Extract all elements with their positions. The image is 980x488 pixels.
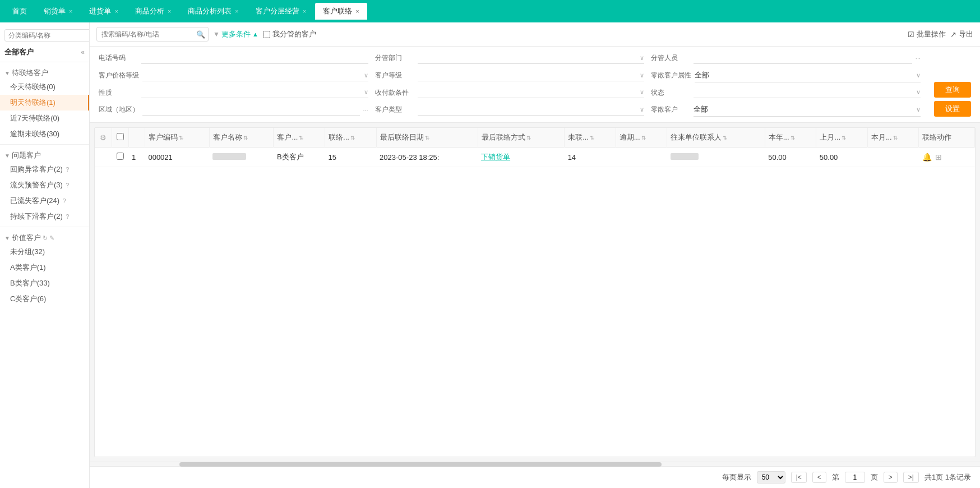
sidebar-item-overdue[interactable]: 逾期未联络(30) (0, 126, 89, 142)
all-customers-header[interactable]: 全部客户 « (0, 44, 89, 59)
help-icon: ? (66, 213, 69, 220)
filter-select-status[interactable]: ∨ (694, 87, 921, 98)
sidebar-item-lost[interactable]: 已流失客户(24) ? (0, 193, 89, 209)
search-button[interactable]: 🔍 (196, 30, 205, 39)
filter-select-price-level[interactable]: ∨ (142, 70, 368, 81)
my-customers-checkbox[interactable] (263, 31, 270, 38)
filter-select-customer-type[interactable]: ∨ (418, 104, 645, 116)
query-button[interactable]: 查询 (934, 82, 971, 98)
sidebar-item-c-class[interactable]: C类客户(6) (0, 291, 89, 307)
col-code[interactable]: 客户编码⇅ (145, 128, 209, 148)
settings-button[interactable]: 设置 (934, 101, 971, 117)
filter-label-phone: 电话号码 (99, 53, 138, 63)
row-checkbox[interactable] (117, 153, 124, 160)
close-icon[interactable]: × (168, 8, 171, 15)
checkbox-column-header (112, 128, 128, 148)
row-type: B类客户 (274, 148, 325, 167)
gear-column-header[interactable]: ⚙ (95, 128, 112, 148)
close-icon[interactable]: × (69, 8, 72, 15)
bulk-ops-button[interactable]: ☑ 批量操作 (908, 29, 946, 39)
row-last-contact-method[interactable]: 下销货单 (478, 148, 565, 167)
nav-customer-contact[interactable]: 客户联络 × (315, 3, 367, 20)
sidebar-item-abnormal-repurchase[interactable]: 回购异常客户(2) ? (0, 162, 89, 177)
scrollbar-thumb[interactable] (179, 462, 662, 467)
filter-field-customer-type: 客户类型 ∨ (375, 104, 645, 116)
sidebar-search-input[interactable] (4, 29, 90, 42)
col-contact-count[interactable]: 联络...⇅ (325, 128, 377, 148)
search-wrap: 🔍 (96, 27, 209, 42)
filter-select-retail[interactable]: 全部 ∨ (694, 103, 921, 117)
filter-select-payment[interactable]: ∨ (418, 87, 645, 98)
close-icon[interactable]: × (235, 8, 238, 15)
row-checkbox-cell (112, 148, 128, 167)
col-overdue[interactable]: 逾期...⇅ (616, 128, 667, 148)
page-size-label: 每页显示 (722, 472, 751, 482)
page-input[interactable] (845, 472, 865, 483)
row-last-contact-date: 2023-05-23 18:25: (376, 148, 478, 167)
row-gear (95, 148, 112, 167)
collapse-icon[interactable]: « (81, 48, 85, 56)
nav-product-analysis-list[interactable]: 商品分析列表 × (180, 3, 246, 20)
chevron-down-icon: ∨ (640, 106, 644, 113)
filter-bar: 🔍 ▼ 更多条件 ▲ 我分管的客户 ☑ 批量操作 ↗ 导出 (90, 22, 980, 47)
sidebar-item-declining[interactable]: 持续下滑客户(2) ? (0, 209, 89, 224)
edit-icon[interactable]: ✎ (49, 234, 54, 242)
more-conditions-button[interactable]: ▼ 更多条件 ▲ (213, 29, 258, 39)
nav-home[interactable]: 首页 (4, 3, 35, 20)
next-page-button[interactable]: > (884, 472, 898, 483)
col-last-month[interactable]: 上月...⇅ (816, 128, 868, 148)
search-input[interactable] (96, 27, 209, 42)
filter-select-retail-attr[interactable]: 全部 ∨ (695, 68, 921, 82)
filter-field-retail-attr: 零散客户属性 全部 ∨ (651, 68, 921, 82)
refresh-icon[interactable]: ↻ (43, 234, 48, 242)
row-this-month (867, 148, 919, 167)
export-button[interactable]: ↗ 导出 (950, 29, 973, 39)
col-this-year[interactable]: 本年...⇅ (765, 128, 816, 148)
filter-input-region[interactable] (142, 104, 360, 116)
advanced-filter: 电话号码 分管部门 ∨ 分管人员 (90, 47, 980, 123)
col-name[interactable]: 客户名称⇅ (209, 128, 274, 148)
filter-field-status: 状态 ∨ (651, 87, 921, 98)
filter-select-customer-level[interactable]: ∨ (418, 70, 645, 81)
sidebar-item-b-class[interactable]: B类客户(33) (0, 275, 89, 291)
first-page-button[interactable]: |< (791, 472, 807, 483)
col-last-contact-method[interactable]: 最后联络方式⇅ (478, 128, 565, 148)
more-icon[interactable]: ··· (363, 107, 368, 113)
nav-customer-tier[interactable]: 客户分层经营 × (248, 3, 314, 20)
filter-input-phone[interactable] (141, 52, 368, 64)
sidebar-item-ungrouped[interactable]: 未分组(32) (0, 244, 89, 260)
col-type[interactable]: 客户...⇅ (274, 128, 325, 148)
col-company-contact[interactable]: 往来单位联系人⇅ (667, 128, 765, 148)
close-icon[interactable]: × (303, 8, 306, 15)
horizontal-scrollbar[interactable] (90, 462, 980, 466)
chevron-down-icon: ∨ (640, 89, 644, 96)
nav-product-analysis[interactable]: 商品分析 × (127, 3, 179, 20)
filter-field-dept: 分管部门 ∨ (375, 53, 645, 64)
more-icon[interactable]: ··· (916, 55, 921, 62)
close-icon[interactable]: × (114, 8, 118, 15)
page-size-select[interactable]: 50 100 200 (757, 471, 785, 484)
nav-sales-order[interactable]: 销货单 × (36, 3, 80, 20)
filter-input-manager[interactable] (694, 52, 912, 64)
prev-page-button[interactable]: < (812, 472, 826, 483)
filter-label-payment: 收付款条件 (375, 88, 414, 98)
sidebar-item-7days-pending[interactable]: 近7天待联络(0) (0, 111, 89, 126)
col-uncontacted[interactable]: 未联...⇅ (565, 128, 616, 148)
col-last-contact-date[interactable]: 最后联络日期⇅ (376, 128, 478, 148)
nav-purchase-order[interactable]: 进货单 × (81, 3, 126, 20)
more-action-icon[interactable]: ⊞ (935, 153, 942, 162)
sidebar-item-tomorrow-pending[interactable]: 明天待联络(1) (0, 95, 89, 111)
filter-select-dept[interactable]: ∨ (418, 53, 645, 64)
sidebar-item-a-class[interactable]: A类客户(1) (0, 260, 89, 275)
close-icon[interactable]: × (355, 8, 359, 15)
filter-label-status: 状态 (651, 88, 690, 98)
sidebar-item-loss-warning[interactable]: 流失预警客户(3) ? (0, 177, 89, 193)
select-all-checkbox[interactable] (117, 133, 124, 140)
contact-icon[interactable]: 🔔 (922, 153, 932, 162)
sidebar-item-today-pending[interactable]: 今天待联络(0) (0, 79, 89, 95)
filter-select-nature[interactable]: ∨ (141, 87, 368, 98)
col-this-month[interactable]: 本月...⇅ (867, 128, 919, 148)
help-icon: ? (66, 166, 69, 173)
top-nav: 首页 销货单 × 进货单 × 商品分析 × 商品分析列表 × 客户分层经营 × … (0, 0, 980, 22)
last-page-button[interactable]: >| (903, 472, 919, 483)
